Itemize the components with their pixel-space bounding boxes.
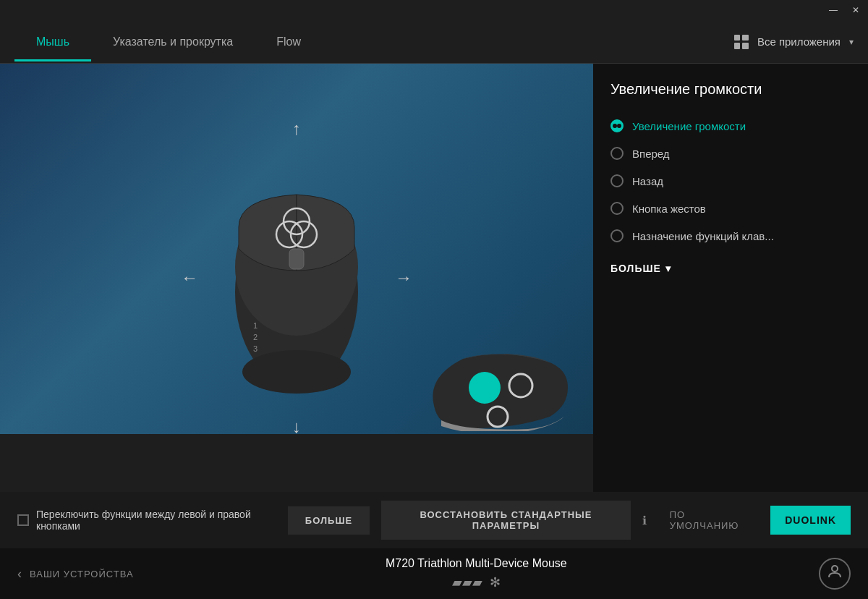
minimize-button[interactable]: — <box>826 4 841 17</box>
back-arrow-icon: ‹ <box>17 566 22 582</box>
arrow-left-icon[interactable]: ← <box>181 268 198 288</box>
radio-back <box>610 174 624 187</box>
radio-volume-up <box>610 119 624 132</box>
svg-text:2: 2 <box>253 333 258 341</box>
duolink-button[interactable]: DUOLINK <box>770 506 851 535</box>
svg-point-14 <box>832 566 838 572</box>
your-devices-label: ВАШИ УСТРОЙСТВА <box>30 569 134 579</box>
battery-icon: ▰▰▰ <box>452 574 482 590</box>
bluetooth-icon: ✻ <box>490 574 501 590</box>
option-forward[interactable]: Вперед <box>610 140 851 167</box>
bottom-bar: Переключить функции между левой и правой… <box>0 492 868 548</box>
more-dropdown-button[interactable]: БОЛЬШЕ ▾ <box>610 257 851 280</box>
profile-icon <box>826 563 843 585</box>
tab-bar: Мышь Указатель и прокрутка Flow Все прил… <box>0 20 868 64</box>
option-volume-up-label: Увеличение громкости <box>632 120 746 132</box>
dropdown-title: Увеличение громкости <box>610 81 851 98</box>
option-keyboard-label: Назначение функций клав... <box>632 230 774 242</box>
apps-section[interactable]: Все приложения ▾ <box>734 35 854 49</box>
chevron-down-icon: ▾ <box>849 37 854 47</box>
option-volume-up[interactable]: Увеличение громкости <box>610 112 851 140</box>
close-button[interactable]: ✕ <box>849 4 862 17</box>
mouse-image: 1 2 3 logitech <box>217 155 376 401</box>
tab-flow[interactable]: Flow <box>255 22 323 61</box>
device-name: M720 Triathlon Multi-Device Mouse <box>386 557 567 570</box>
option-keyboard[interactable]: Назначение функций клав... <box>610 222 851 250</box>
footer: ‹ ВАШИ УСТРОЙСТВА M720 Triathlon Multi-D… <box>0 548 868 599</box>
more-button[interactable]: БОЛЬШЕ <box>288 506 370 535</box>
svg-text:3: 3 <box>253 344 258 353</box>
back-button[interactable]: ‹ ВАШИ УСТРОЙСТВА <box>17 566 134 582</box>
chevron-more-icon: ▾ <box>665 263 671 274</box>
footer-center: M720 Triathlon Multi-Device Mouse ▰▰▰ ✻ <box>134 557 819 590</box>
dropdown-panel: Увеличение громкости Увеличение громкост… <box>593 64 868 492</box>
title-bar: — ✕ <box>0 0 868 20</box>
default-button[interactable]: ПО УМОЛЧАНИЮ <box>658 501 760 540</box>
option-forward-label: Вперед <box>632 148 670 160</box>
radio-forward <box>610 147 624 160</box>
info-icon[interactable]: ℹ <box>642 514 647 527</box>
profile-button[interactable] <box>819 558 851 590</box>
option-gestures-label: Кнопка жестов <box>632 203 706 215</box>
tab-mouse[interactable]: Мышь <box>14 22 91 61</box>
apps-grid-icon <box>734 35 749 49</box>
mouse-area: ↑ ↓ ← → <box>0 64 593 492</box>
swap-buttons-checkbox[interactable] <box>17 514 29 526</box>
arrow-down-icon[interactable]: ↓ <box>292 417 301 437</box>
checkbox-container[interactable]: Переключить функции между левой и правой… <box>17 509 265 532</box>
restore-button[interactable]: ВОССТАНОВИТЬ СТАНДАРТНЫЕ ПАРАМЕТРЫ <box>381 501 631 540</box>
apps-label: Все приложения <box>757 35 841 48</box>
option-back[interactable]: Назад <box>610 167 851 195</box>
main-content: ↑ ↓ ← → <box>0 64 868 492</box>
svg-point-11 <box>469 372 501 404</box>
radio-gestures <box>610 202 624 215</box>
option-gestures[interactable]: Кнопка жестов <box>610 195 851 222</box>
swap-buttons-label: Переключить функции между левой и правой… <box>36 509 265 532</box>
mouse-side-view <box>420 348 571 434</box>
footer-icons: ▰▰▰ ✻ <box>452 574 501 590</box>
svg-rect-5 <box>289 249 304 269</box>
arrow-right-icon[interactable]: → <box>395 268 412 288</box>
option-back-label: Назад <box>632 175 663 187</box>
tab-pointer[interactable]: Указатель и прокрутка <box>91 22 255 61</box>
svg-point-10 <box>242 350 351 394</box>
radio-keyboard <box>610 229 624 242</box>
more-dropdown-label: БОЛЬШЕ <box>610 263 661 274</box>
svg-text:1: 1 <box>253 321 258 330</box>
arrow-up-icon[interactable]: ↑ <box>292 119 301 139</box>
